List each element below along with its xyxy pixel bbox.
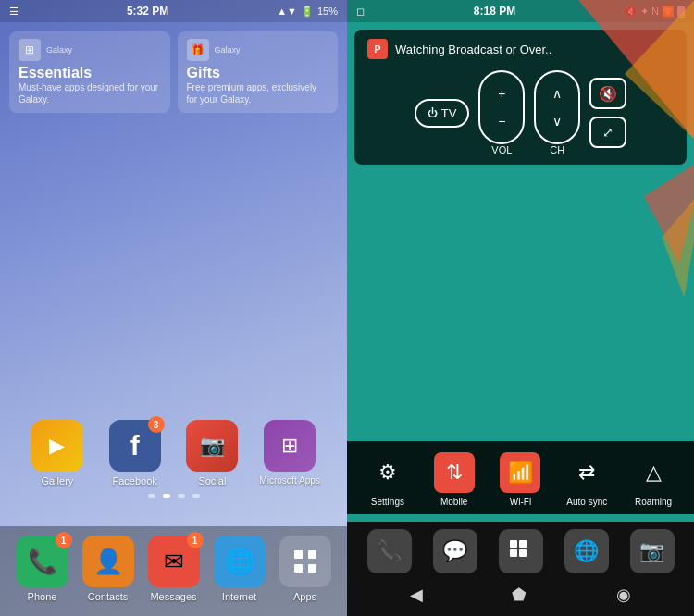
qs-wifi[interactable]: 📶 Wi-Fi	[490, 452, 551, 507]
vol-up-icon[interactable]: +	[498, 86, 505, 101]
gifts-card[interactable]: 🎁 Galaxy Gifts Free premium apps, exclus…	[178, 31, 339, 113]
dock-contacts[interactable]: 👤 Contacts	[75, 536, 141, 602]
internet-label: Internet	[222, 591, 256, 602]
msapps-icon-wrap: ⊞	[264, 420, 316, 472]
svg-rect-8	[510, 540, 517, 548]
dock-right-chrome[interactable]: 🌐	[553, 529, 619, 573]
app-msapps[interactable]: ⊞ Microsoft Apps	[255, 420, 325, 487]
mobile-label: Mobile	[440, 497, 467, 507]
ch-down-icon[interactable]: ∨	[552, 114, 562, 129]
roaming-icon-wrap: △	[633, 452, 674, 493]
dock-right-grid[interactable]	[488, 529, 553, 573]
gifts-brand: Galaxy	[215, 45, 241, 55]
qs-mobile[interactable]: ⇅ Mobile	[424, 452, 484, 507]
page-dots	[19, 494, 328, 498]
bottom-dock-right: 📞 💬 🌐 📷	[347, 529, 694, 573]
expand-button[interactable]: ⤢	[589, 117, 626, 148]
app-facebook[interactable]: f 3 Facebook	[100, 420, 169, 487]
svg-marker-7	[652, 182, 694, 297]
gifts-desc: Free premium apps, exclusively for your …	[187, 81, 329, 105]
right-grid-icon	[499, 529, 543, 573]
facebook-label: Facebook	[112, 475, 156, 487]
dot-3	[178, 494, 185, 498]
essentials-title: Essentials	[19, 65, 161, 81]
dock-internet[interactable]: 🌐 Internet	[206, 536, 272, 602]
msapps-label: Microsoft Apps	[259, 475, 320, 486]
bottom-nav-right: 📞 💬 🌐 📷 ◀ ⬟ ◉	[347, 522, 694, 616]
dock-right-phone[interactable]: 📞	[356, 529, 422, 573]
autosync-label: Auto sync	[566, 497, 607, 507]
app-social[interactable]: 📷 Social	[178, 420, 247, 487]
apps-icon-wrap	[279, 536, 331, 587]
vol-group: + − VOL	[478, 70, 525, 155]
vol-down-icon[interactable]: −	[498, 114, 505, 129]
right-chrome-icon: 🌐	[564, 529, 609, 573]
contacts-icon: 👤	[82, 536, 134, 587]
wifi-label: Wi-Fi	[510, 497, 531, 507]
battery-status-icon: ▓	[677, 6, 685, 17]
facebook-badge: 3	[148, 416, 165, 433]
essentials-desc: Must-have apps designed for your Galaxy.	[19, 81, 161, 105]
app-gallery[interactable]: ▶ Gallery	[22, 420, 92, 487]
tv-label: TV	[441, 106, 457, 120]
right-phone-icon: 📞	[367, 529, 412, 573]
notification-icon: ☰	[9, 6, 19, 18]
dock-messages[interactable]: ✉ 1 Messages	[141, 536, 206, 602]
contacts-icon-wrap: 👤	[82, 536, 134, 587]
svg-rect-1	[308, 550, 316, 559]
peel-icon: P	[367, 39, 388, 59]
dock-apps[interactable]: Apps	[272, 536, 338, 602]
social-icon: 📷	[186, 420, 238, 472]
dock-right-chat[interactable]: 💬	[422, 529, 488, 573]
time-right: 8:18 PM	[474, 5, 515, 18]
qs-roaming[interactable]: △ Roaming	[624, 452, 684, 507]
dock-right-camera[interactable]: 📷	[619, 529, 685, 573]
qs-settings[interactable]: ⚙ Settings	[357, 452, 417, 507]
ch-control[interactable]: ∧ ∨	[534, 70, 580, 144]
ch-up-icon[interactable]: ∧	[552, 86, 562, 101]
mute-button[interactable]: 🔇	[589, 78, 626, 109]
essentials-icon: ⊞	[19, 39, 41, 61]
settings-icon-wrap: ⚙	[367, 452, 408, 493]
status-indicators-left: ▲▼ 🔋 15%	[277, 6, 338, 18]
app-grid: ▶ Gallery f 3 Facebook 📷 Social	[0, 420, 347, 505]
expand-icon: ⤢	[602, 125, 613, 140]
bluetooth-icon: ✦	[640, 6, 649, 18]
status-bar-right: ◻ 8:18 PM 🔇 ✦ N 🛜 ▓	[347, 0, 694, 22]
vol-label: VOL	[491, 144, 512, 155]
nfc-icon: N	[651, 6, 659, 17]
notification-cards: ⊞ Galaxy Essentials Must-have apps desig…	[0, 22, 347, 122]
svg-rect-10	[510, 549, 517, 557]
remote-control-card: P Watching Broadcast or Over.. ⏻ TV + − …	[354, 30, 687, 165]
essentials-card[interactable]: ⊞ Galaxy Essentials Must-have apps desig…	[9, 31, 170, 113]
ch-group: ∧ ∨ CH	[534, 70, 580, 155]
side-buttons: 🔇 ⤢	[589, 78, 626, 148]
recents-button[interactable]: ◉	[616, 585, 631, 605]
ch-label: CH	[550, 144, 564, 155]
wifi-icon-wrap: 📶	[500, 452, 540, 493]
gifts-title: Gifts	[187, 65, 329, 81]
messages-badge: 1	[187, 532, 204, 548]
gifts-icon: 🎁	[187, 39, 209, 61]
dock-phone[interactable]: 📞 1 Phone	[9, 536, 75, 602]
back-button[interactable]: ◀	[410, 585, 423, 605]
dock-left: 📞 1 Phone 👤 Contacts ✉ 1 Messages 🌐 Inte…	[0, 526, 347, 616]
gallery-label: Gallery	[41, 475, 73, 487]
remote-channel-text: Watching Broadcast or Over..	[395, 43, 551, 56]
gallery-icon: ▶	[31, 420, 83, 472]
autosync-icon-wrap: ⇄	[566, 452, 607, 493]
autosync-icon: ⇄	[578, 461, 595, 485]
mute-icon: 🔇	[599, 85, 617, 103]
quick-settings-row: ⚙ Settings ⇅ Mobile 📶 Wi-Fi	[347, 452, 694, 507]
apps-label: Apps	[293, 591, 316, 602]
svg-rect-0	[294, 550, 303, 559]
tv-power-button[interactable]: ⏻ TV	[415, 99, 470, 128]
mute-status-icon: 🔇	[625, 6, 638, 18]
qs-autosync[interactable]: ⇄ Auto sync	[557, 452, 617, 507]
svg-rect-9	[519, 540, 527, 548]
msapps-icon: ⊞	[264, 420, 316, 472]
vol-control[interactable]: + −	[478, 70, 525, 144]
mobile-icon: ⇅	[446, 461, 463, 485]
dot-1	[148, 494, 155, 498]
home-button[interactable]: ⬟	[512, 585, 527, 605]
